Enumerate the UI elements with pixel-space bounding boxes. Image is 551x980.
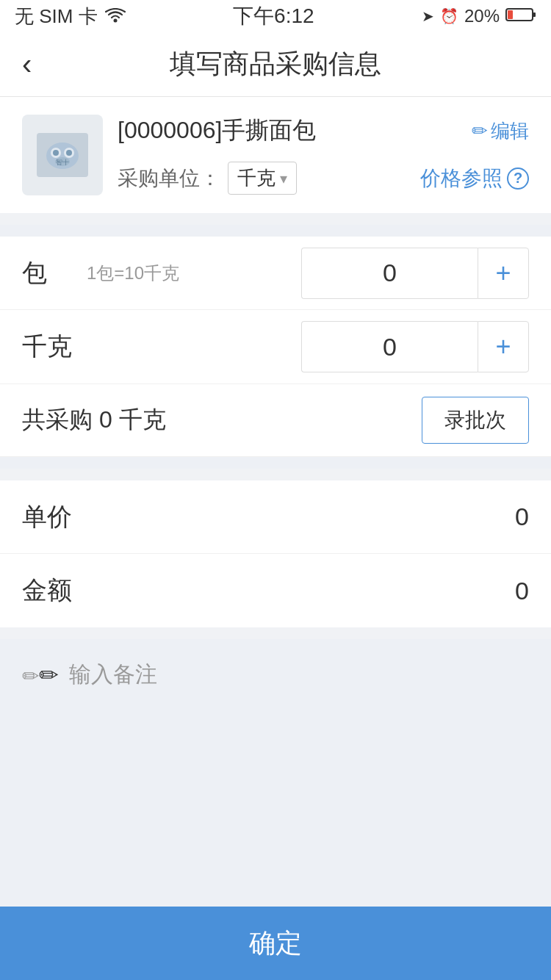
- product-image: 智十: [22, 115, 103, 195]
- edit-icon: ✏: [472, 120, 488, 143]
- svg-point-7: [53, 150, 59, 156]
- quantity-input-bao[interactable]: [301, 248, 478, 299]
- quantity-row-kg: 千克 +: [0, 310, 551, 383]
- svg-point-0: [113, 18, 117, 22]
- alarm-icon: ⏰: [440, 7, 458, 25]
- amount-value: 0: [515, 577, 529, 605]
- total-label: 共采购 0 千克: [22, 404, 166, 436]
- quantity-sublabel-bao: 1包=10千克: [87, 262, 301, 285]
- svg-rect-3: [508, 10, 513, 19]
- quantity-plus-bao[interactable]: +: [478, 248, 529, 299]
- pencil-icon: ✏: [22, 661, 59, 689]
- back-button[interactable]: ‹: [22, 48, 32, 81]
- record-batch-button[interactable]: 录批次: [422, 397, 529, 444]
- product-info: [0000006]手撕面包 ✏ 编辑 采购单位： 千克 ▾ 价格参照 ?: [118, 115, 529, 195]
- unit-select[interactable]: 千克 ▾: [228, 162, 297, 195]
- price-ref-button[interactable]: 价格参照 ?: [420, 165, 529, 192]
- battery-percent: 20%: [464, 6, 500, 26]
- status-bar-left: 无 SIM 卡: [15, 4, 126, 29]
- confirm-button[interactable]: 确定: [0, 907, 551, 980]
- battery-icon: [505, 6, 536, 26]
- quantity-section: 包 1包=10千克 + 千克 +: [0, 237, 551, 383]
- svg-rect-2: [533, 12, 536, 17]
- amount-label: 金额: [22, 574, 72, 608]
- svg-text:智十: 智十: [56, 159, 69, 166]
- price-label: 单价: [22, 500, 72, 534]
- nav-bar: ‹ 填写商品采购信息: [0, 32, 551, 97]
- no-sim-label: 无 SIM 卡: [15, 4, 98, 29]
- quantity-input-wrap-kg: +: [301, 321, 529, 372]
- product-name: [0000006]手撕面包: [118, 115, 316, 147]
- price-row: 单价 0: [0, 480, 551, 554]
- product-name-row: [0000006]手撕面包 ✏ 编辑: [118, 115, 529, 147]
- page-title: 填写商品采购信息: [170, 46, 381, 82]
- info-section: 单价 0 金额 0: [0, 480, 551, 627]
- unit-value: 千克: [237, 165, 276, 191]
- quantity-label-kg: 千克: [22, 330, 81, 364]
- quantity-input-kg[interactable]: [301, 321, 478, 372]
- remark-placeholder: 输入备注: [69, 660, 157, 690]
- quantity-plus-kg[interactable]: +: [478, 321, 529, 372]
- price-value: 0: [515, 502, 529, 531]
- product-logo: 智十: [37, 133, 88, 177]
- status-bar: 无 SIM 卡 下午6:12 ➤ ⏰ 20%: [0, 0, 551, 32]
- wifi-icon: [105, 5, 126, 28]
- quantity-input-wrap-bao: +: [301, 248, 529, 299]
- total-row: 共采购 0 千克 录批次: [0, 383, 551, 457]
- remark-section[interactable]: ✏ 输入备注: [0, 639, 551, 710]
- svg-point-8: [66, 150, 72, 156]
- product-card: 智十 [0000006]手撕面包 ✏ 编辑 采购单位： 千克 ▾ 价格参照 ?: [0, 97, 551, 213]
- quantity-row-bao: 包 1包=10千克 +: [0, 237, 551, 310]
- help-icon: ?: [507, 167, 529, 190]
- section-divider-2: [0, 457, 551, 469]
- unit-label: 采购单位：: [118, 165, 220, 192]
- edit-button[interactable]: ✏ 编辑: [472, 118, 529, 144]
- amount-row: 金额 0: [0, 554, 551, 627]
- status-bar-time: 下午6:12: [233, 2, 314, 30]
- location-icon: ➤: [422, 7, 434, 25]
- status-bar-right: ➤ ⏰ 20%: [422, 6, 536, 26]
- chevron-down-icon: ▾: [280, 170, 287, 187]
- section-divider-1: [0, 225, 551, 237]
- quantity-label-bao: 包: [22, 256, 81, 290]
- confirm-label: 确定: [249, 926, 302, 962]
- product-unit-row: 采购单位： 千克 ▾ 价格参照 ?: [118, 162, 529, 195]
